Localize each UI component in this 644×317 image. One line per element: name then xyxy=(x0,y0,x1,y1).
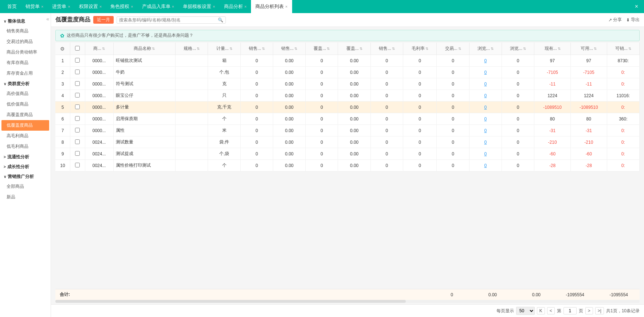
close-icon[interactable]: × xyxy=(99,4,102,9)
sidebar-item-low-coverage[interactable]: 低覆盖度商品 xyxy=(1,120,49,131)
sidebar-item-capital[interactable]: 库存资金占用 xyxy=(0,68,51,79)
col-sales3[interactable]: 销售...⇅ xyxy=(370,43,403,55)
row-select-checkbox[interactable] xyxy=(75,163,80,167)
share-button[interactable]: ↗ 分享 xyxy=(608,17,622,23)
nav-item-product-in[interactable]: 产成品入库单 × xyxy=(138,0,178,13)
sidebar-item-low-margin[interactable]: 低毛利商品 xyxy=(0,141,51,152)
col-browse2[interactable]: 浏览...⇅ xyxy=(502,43,534,55)
row-browse1[interactable]: 0 xyxy=(469,136,502,148)
sidebar-group-marketing[interactable]: ∨ 营销推广分析 xyxy=(0,171,51,181)
sidebar-item-low-value[interactable]: 低价值商品 xyxy=(0,99,51,110)
row-select-checkbox[interactable] xyxy=(75,139,80,144)
col-unit[interactable]: 计量...⇅ xyxy=(208,43,240,55)
col-cover2[interactable]: 覆盖...⇅ xyxy=(338,43,370,55)
row-browse1[interactable]: 0 xyxy=(469,113,502,125)
row-browse1[interactable]: 0 xyxy=(469,67,502,78)
row-select-checkbox[interactable] xyxy=(75,81,80,86)
row-browse1[interactable]: 0 xyxy=(469,90,502,102)
sidebar-item-new-goods[interactable]: 新品 xyxy=(0,192,51,202)
col-name[interactable]: 商品名称⇅ xyxy=(113,43,176,55)
first-page-button[interactable]: K xyxy=(537,307,545,314)
col-sales1[interactable]: 销售...⇅ xyxy=(240,43,273,55)
row-checkbox[interactable] xyxy=(70,136,85,148)
nav-item-analysis-list[interactable]: 商品分析列表 × xyxy=(251,0,292,13)
row-select-checkbox[interactable] xyxy=(75,58,80,63)
row-checkbox[interactable] xyxy=(70,125,85,136)
row-checkbox[interactable] xyxy=(70,160,85,171)
col-code[interactable]: 商...⇅ xyxy=(85,43,113,55)
sidebar-group-growth[interactable]: > 成长性分析 xyxy=(0,162,51,171)
row-checkbox[interactable] xyxy=(70,78,85,90)
last-page-button[interactable]: >| xyxy=(595,307,604,314)
nav-item-analysis[interactable]: 商品分析 × xyxy=(220,0,251,13)
close-icon[interactable]: × xyxy=(172,4,174,9)
row-checkbox[interactable] xyxy=(70,67,85,78)
col-trade[interactable]: 交易...⇅ xyxy=(437,43,469,55)
row-checkbox[interactable] xyxy=(70,90,85,102)
col-stock2[interactable]: 可用...⇅ xyxy=(570,43,607,55)
row-browse1[interactable]: 0 xyxy=(469,125,502,136)
sidebar-item-all-goods[interactable]: 全部商品 xyxy=(0,181,51,192)
sidebar-item-sales-goods[interactable]: 销售类商品 xyxy=(0,26,51,36)
select-all-checkbox[interactable] xyxy=(75,46,80,51)
nav-item-permission[interactable]: 权限设置 × xyxy=(75,0,106,13)
close-icon[interactable]: × xyxy=(41,4,43,9)
sidebar-group-overall[interactable]: ∨ 整体信息 xyxy=(0,16,51,26)
row-select-checkbox[interactable] xyxy=(75,151,80,156)
row-browse1[interactable]: 0 xyxy=(469,55,502,67)
next-page-button[interactable]: > xyxy=(585,307,593,314)
nav-item-purchase[interactable]: 进货单 × xyxy=(48,0,74,13)
sidebar-group-segment[interactable]: ∨ 类群度分析 xyxy=(0,79,51,88)
sidebar-item-stocked-goods[interactable]: 有库存商品 xyxy=(0,58,51,68)
settings-icon[interactable]: ⚙ xyxy=(60,46,65,52)
prev-page-button[interactable]: < xyxy=(547,307,555,314)
col-checkbox[interactable] xyxy=(70,43,85,55)
col-settings[interactable]: ⚙ xyxy=(55,43,70,55)
export-button[interactable]: ⬇ 导出 xyxy=(626,17,640,23)
row-checkbox[interactable] xyxy=(70,148,85,160)
col-margin[interactable]: 毛利率⇅ xyxy=(403,43,437,55)
sidebar-item-high-coverage[interactable]: 高覆盖度商品 xyxy=(0,110,51,120)
sidebar-item-high-margin[interactable]: 高毛利商品 xyxy=(0,131,51,141)
sidebar-group-flow[interactable]: > 流通性分析 xyxy=(0,152,51,162)
sidebar-collapse-button[interactable]: « xyxy=(46,16,49,22)
search-input[interactable] xyxy=(119,17,218,23)
nav-item-home[interactable]: 首页 xyxy=(3,0,21,13)
row-browse1[interactable]: 0 xyxy=(469,78,502,90)
row-checkbox[interactable] xyxy=(70,113,85,125)
table-container[interactable]: ⚙ 商...⇅ 商品名称⇅ 规格...⇅ 计量...⇅ 销售...⇅ 销售...… xyxy=(55,43,640,289)
close-icon[interactable]: × xyxy=(68,4,70,9)
page-size-select[interactable]: 50 100 200 xyxy=(516,307,535,315)
close-icon[interactable]: × xyxy=(213,4,215,9)
row-browse1[interactable]: 0 xyxy=(469,160,502,171)
sidebar-item-category-rate[interactable]: 商品分类动销率 xyxy=(0,47,51,58)
col-cover1[interactable]: 覆盖...⇅ xyxy=(306,43,338,55)
scrollbar-thumb[interactable] xyxy=(55,300,406,303)
close-icon[interactable]: × xyxy=(131,4,133,9)
nav-item-sales[interactable]: 销货单 × xyxy=(21,0,48,13)
nav-item-role[interactable]: 角色授权 × xyxy=(106,0,137,13)
scrollbar-track[interactable] xyxy=(55,300,640,303)
period-button[interactable]: 近一月 xyxy=(93,16,114,24)
col-sales2[interactable]: 销售...⇅ xyxy=(273,43,305,55)
row-browse1[interactable]: 0 xyxy=(469,148,502,160)
nav-item-template[interactable]: 单据模板设置 × xyxy=(178,0,219,13)
row-select-checkbox[interactable] xyxy=(75,104,80,109)
col-browse1[interactable]: 浏览...⇅ xyxy=(469,43,502,55)
col-stock3[interactable]: 可销...⇅ xyxy=(607,43,639,55)
row-select-checkbox[interactable] xyxy=(75,93,80,98)
sidebar-item-traded-goods[interactable]: 交易过的商品 xyxy=(0,36,51,47)
close-all-button[interactable]: × xyxy=(632,3,641,10)
close-icon[interactable]: × xyxy=(244,4,247,9)
row-checkbox[interactable] xyxy=(70,55,85,67)
close-icon[interactable]: × xyxy=(285,4,287,9)
row-checkbox[interactable] xyxy=(70,102,85,113)
row-select-checkbox[interactable] xyxy=(75,70,80,74)
sidebar-item-high-value[interactable]: 高价值商品 xyxy=(0,88,51,99)
row-select-checkbox[interactable] xyxy=(75,128,80,132)
row-select-checkbox[interactable] xyxy=(75,116,80,121)
col-spec[interactable]: 规格...⇅ xyxy=(176,43,208,55)
row-browse1[interactable]: 0 xyxy=(469,102,502,113)
col-stock1[interactable]: 现有...⇅ xyxy=(534,43,571,55)
page-input[interactable] xyxy=(564,307,577,314)
